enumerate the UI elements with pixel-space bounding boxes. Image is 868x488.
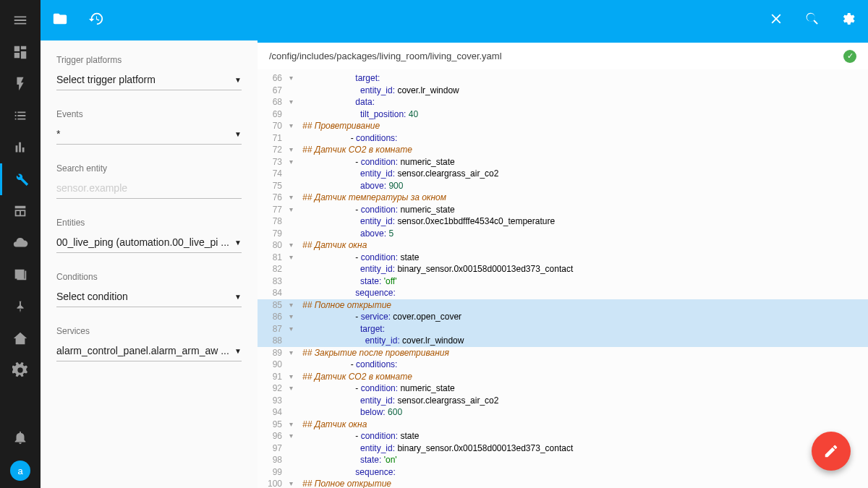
topbar (41, 0, 868, 40)
code-line[interactable]: 77▾ - condition: numeric_state (258, 204, 868, 216)
dashboard-icon[interactable] (0, 36, 41, 68)
code-line[interactable]: 76▾## Датчик температуры за окном (258, 192, 868, 204)
code-line[interactable]: 85▾## Полное открытие (258, 299, 868, 312)
code-line[interactable]: 97 entity_id: binary_sensor.0x00158d0001… (258, 442, 868, 455)
chevron-down-icon: ▼ (234, 76, 242, 84)
code-line[interactable]: 74 entity_id: sensor.cleargrass_air_co2 (258, 168, 868, 180)
services-label: Services (56, 326, 242, 336)
chart-icon[interactable] (0, 132, 41, 163)
conditions-label: Conditions (56, 272, 242, 282)
search-entity-label: Search entity (56, 163, 242, 174)
code-line[interactable]: 80▾## Датчик окна (258, 239, 868, 252)
cloud-icon[interactable] (0, 227, 41, 259)
chevron-down-icon: ▼ (234, 239, 242, 247)
code-line[interactable]: 96▾ - condition: state (258, 430, 868, 442)
search-icon[interactable] (804, 11, 820, 30)
events-label: Events (56, 109, 242, 119)
events-select[interactable]: *▼ (56, 125, 242, 145)
status-ok-icon: ✓ (843, 50, 856, 63)
file-path-bar: /config/includes/packages/living_room/li… (258, 40, 868, 69)
code-line[interactable]: 69 tilt_position: 40 (258, 108, 868, 121)
media-icon[interactable] (0, 259, 41, 291)
code-line[interactable]: 99 sequence: (258, 466, 868, 479)
code-line[interactable]: 91▾## Датчик CO2 в комнате (258, 371, 868, 383)
pin-icon[interactable] (0, 291, 41, 322)
hacs-icon[interactable] (0, 195, 41, 227)
code-line[interactable]: 73▾ - condition: numeric_state (258, 156, 868, 168)
fab-edit-button[interactable] (812, 432, 851, 471)
wrench-icon[interactable] (0, 163, 41, 195)
code-line[interactable]: 100▾## Полное открытие (258, 478, 868, 488)
code-line[interactable]: 94 below: 600 (258, 406, 868, 419)
folder-icon[interactable] (52, 11, 68, 30)
chevron-down-icon: ▼ (234, 293, 242, 301)
trigger-platforms-select[interactable]: Select trigger platform▼ (56, 71, 242, 90)
close-icon[interactable] (768, 11, 784, 30)
gear-icon[interactable] (0, 354, 41, 386)
home-icon[interactable] (0, 322, 41, 354)
file-path: /config/includes/packages/living_room/li… (269, 51, 502, 61)
code-line[interactable]: 98 state: 'on' (258, 454, 868, 466)
conditions-select[interactable]: Select condition▼ (56, 288, 242, 307)
code-line[interactable]: 90 - conditions: (258, 359, 868, 371)
code-line[interactable]: 92▾ - condition: numeric_state (258, 382, 868, 395)
code-line[interactable]: 88 entity_id: cover.lr_window (258, 335, 868, 347)
code-line[interactable]: 78 entity_id: sensor.0xec1bbdfffe4534c0_… (258, 215, 868, 228)
chevron-down-icon: ▼ (234, 130, 242, 138)
bell-icon[interactable] (0, 421, 41, 453)
trigger-platforms-label: Trigger platforms (56, 55, 242, 65)
code-line[interactable]: 71 - conditions: (258, 132, 868, 145)
sidebar: Trigger platforms Select trigger platfor… (41, 40, 258, 488)
search-entity-input[interactable] (56, 179, 242, 199)
code-line[interactable]: 70▾## Проветривание (258, 120, 868, 132)
avatar[interactable]: a (10, 461, 30, 481)
code-editor[interactable]: 66▾ target:67 entity_id: cover.lr_window… (258, 69, 868, 488)
code-line[interactable]: 93 entity_id: sensor.cleargrass_air_co2 (258, 395, 868, 407)
entities-select[interactable]: 00_live_ping (automation.00_live_pi ...▼ (56, 234, 242, 253)
code-line[interactable]: 66▾ target: (258, 72, 868, 85)
nav-rail: a (0, 0, 41, 488)
code-line[interactable]: 81▾ - condition: state (258, 252, 868, 264)
code-line[interactable]: 67 entity_id: cover.lr_window (258, 85, 868, 97)
history-icon[interactable] (88, 11, 104, 30)
entities-label: Entities (56, 218, 242, 228)
settings-icon[interactable] (841, 11, 856, 30)
list-icon[interactable] (0, 100, 41, 132)
code-line[interactable]: 68▾ data: (258, 96, 868, 108)
code-line[interactable]: 82 entity_id: binary_sensor.0x00158d0001… (258, 263, 868, 275)
code-line[interactable]: 95▾## Датчик окна (258, 419, 868, 431)
chevron-down-icon: ▼ (234, 347, 242, 355)
code-line[interactable]: 72▾## Датчик CO2 в комнате (258, 144, 868, 156)
services-select[interactable]: alarm_control_panel.alarm_arm_aw ...▼ (56, 342, 242, 361)
code-line[interactable]: 87▾ target: (258, 323, 868, 335)
code-line[interactable]: 75 above: 900 (258, 180, 868, 192)
menu-icon[interactable] (0, 4, 41, 36)
code-line[interactable]: 79 above: 5 (258, 228, 868, 240)
code-line[interactable]: 89▾## Закрытие после проветривания (258, 347, 868, 359)
code-line[interactable]: 84 sequence: (258, 287, 868, 299)
code-line[interactable]: 86▾ - service: cover.open_cover (258, 311, 868, 323)
energy-icon[interactable] (0, 68, 41, 100)
code-line[interactable]: 83 state: 'off' (258, 275, 868, 288)
editor-pane: /config/includes/packages/living_room/li… (258, 40, 868, 488)
